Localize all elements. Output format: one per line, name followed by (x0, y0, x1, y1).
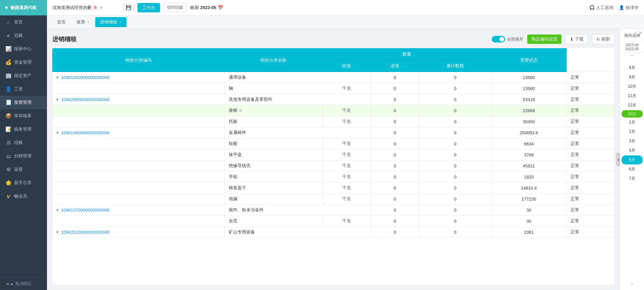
table-row: 抹平盘 千克 0 0 3768 正常 (53, 149, 614, 160)
sidebar-item-tax[interactable]: 📝 税务管理 (0, 123, 47, 136)
total-cell: 13560 (491, 72, 566, 83)
period-month-9[interactable]: 9月 (622, 73, 643, 82)
panel-expand-btn[interactable]: ⤢ (633, 30, 637, 35)
user-menu[interactable]: 👤 徐泽华 (619, 5, 639, 11)
collapse-icon[interactable]: ▼ (55, 230, 60, 235)
tax-code-cell (53, 183, 225, 194)
reconcile-table: 税收分类编码 税收分类名称 数量 预警状态 销项 进项 累计数额 ▼10 (52, 48, 614, 238)
data-table-container: 税收分类编码 税收分类名称 数量 预警状态 销项 进项 累计数额 ▼10 (52, 48, 614, 285)
company-selector[interactable]: 沈海英测试经营勿删 删 ▼ (52, 5, 119, 11)
save-icon: 💾 (126, 5, 131, 10)
sidebar-item-salary[interactable]: 👤 工资 (0, 82, 47, 96)
tab-reconcile[interactable]: 进销稽核 × (95, 17, 126, 27)
col-sales-out: 销项 (322, 60, 371, 72)
download-icon: ⬇ (570, 37, 574, 42)
warning-cell: 正常 (566, 171, 614, 183)
workbench-button[interactable]: 工作台 (138, 3, 160, 12)
period-month-4[interactable]: 4月 (622, 146, 643, 155)
tab-reconcile-close[interactable]: × (119, 20, 121, 24)
period-month-10[interactable]: 10月 (622, 82, 643, 91)
app-logo: ✦ 畅捷通易代账 (0, 0, 47, 15)
sidebar-item-guide[interactable]: 🌟 新手引导 (0, 176, 47, 190)
panel-toggle-btn[interactable]: ◄ (616, 153, 620, 166)
search-icon[interactable]: ⊕ (239, 108, 242, 113)
collapse-icon[interactable]: ▼ (55, 208, 60, 213)
sidebar-item-assets[interactable]: 🏢 固定资产 (0, 69, 47, 82)
total-cell: 22868 (491, 105, 566, 116)
period-month-5[interactable]: 5月 (622, 155, 643, 164)
warning-cell: 正常 (566, 227, 614, 238)
tab-home[interactable]: 首页 (52, 17, 70, 27)
sidebar-item-settle[interactable]: ⚖ 结账 (0, 136, 47, 149)
sidebar-item-label: 资金管理 (14, 59, 32, 65)
tax-name-cell: 托板 (225, 116, 322, 127)
support-icon: 🎧 (589, 5, 595, 10)
period-month-8[interactable]: 8月 (622, 63, 643, 72)
support-button[interactable]: 🎧 人工咨询 (589, 5, 613, 11)
sidebar-item-label: 畅会员 (14, 193, 27, 199)
period-month-2[interactable]: 2月 (622, 127, 643, 136)
tab-invoice[interactable]: 发票 × (72, 17, 94, 27)
user-name: 徐泽华 (626, 5, 639, 11)
year-marker: 2023 (622, 110, 643, 118)
warning-cell: 正常 (566, 216, 614, 227)
sales-out-cell: 0 (371, 105, 419, 116)
table-row: ▼10901370000000000000 锻件、粉末冶金件 0 0 30 正常 (53, 205, 614, 216)
sidebar-item-home[interactable]: ⌂ 首页 (0, 15, 47, 29)
table-row[interactable]: 座椅 ⊕ 千克 0 0 22868 正常 (53, 105, 614, 116)
total-cell: 3768 (491, 149, 566, 160)
expand-switch[interactable] (492, 36, 505, 43)
page-title: 进销稽核 (52, 35, 76, 43)
sidebar-pin-toggle[interactable]: ◄◄ 取消固定 (0, 277, 47, 290)
sidebar-item-invoice[interactable]: 🧾 发票管理 (0, 96, 47, 109)
tax-code-cell: ▼10902010000000000000 (53, 227, 225, 238)
purchase-in-cell: 0 (419, 194, 492, 205)
stock-icon: 📦 (5, 113, 11, 119)
tab-invoice-close[interactable]: × (87, 20, 89, 24)
collapse-icon[interactable]: ▼ (55, 130, 60, 135)
period-month-3[interactable]: 3月 (622, 137, 643, 146)
sidebar-item-fund[interactable]: 💰 资金管理 (0, 56, 47, 69)
total-cell: 2361 (491, 227, 566, 238)
unit-cell: 千克 (322, 171, 371, 183)
sidebar-item-archive[interactable]: 🗂 归档管理 (0, 149, 47, 163)
table-row: 手轮 千克 0 0 1820 正常 (53, 171, 614, 183)
product-code-button[interactable]: 商品编码设置 (527, 34, 561, 44)
tax-code-cell (53, 216, 225, 227)
save-button[interactable]: 💾 (123, 4, 134, 11)
oldver-button[interactable]: 切到旧版 (163, 3, 187, 12)
tax-name-cell: 通用设备 (225, 72, 371, 83)
sidebar-item-member[interactable]: V 畅会员 (0, 190, 47, 203)
period-up-btn[interactable]: ⌃ (620, 53, 644, 62)
table-row: 轮毂 千克 0 0 6634 正常 (53, 138, 614, 149)
period-month-11[interactable]: 11月 (622, 91, 643, 100)
sidebar-item-label: 设置 (14, 166, 23, 172)
settings-icon: ⚙ (5, 166, 11, 172)
download-button[interactable]: ⬇ 下载 (566, 34, 588, 44)
period-month-1[interactable]: 1月 (622, 118, 643, 127)
sidebar-item-label: 归档管理 (14, 153, 32, 159)
settle-icon: ⚖ (5, 140, 11, 146)
period-month-12[interactable]: 12月 (622, 101, 643, 110)
calendar-icon[interactable]: 📅 (218, 5, 223, 10)
tax-code-cell (53, 160, 225, 171)
period-month-6[interactable]: 6月 (622, 165, 643, 174)
table-row: 托板 千克 0 0 30450 正常 (53, 116, 614, 127)
tax-name-cell: 抹平盘 (225, 149, 322, 160)
period-month-7[interactable]: 7月 (622, 174, 643, 183)
sidebar-item-stock[interactable]: 📦 库存核算 (0, 109, 47, 123)
purchase-in-cell: 0 (419, 94, 492, 105)
sidebar-item-report[interactable]: 📊 报表中心 (0, 42, 47, 56)
collapse-icon[interactable]: ▼ (55, 75, 60, 80)
collapse-icon[interactable]: ▼ (55, 97, 60, 102)
sidebar-item-label: 结账 (14, 140, 23, 146)
warning-cell: 正常 (566, 194, 614, 205)
refresh-button[interactable]: ↻ 刷新 (592, 34, 614, 44)
sidebar-item-ledger[interactable]: ≡ 总账 (0, 29, 47, 42)
period-down-btn[interactable]: ⌄ (620, 278, 644, 287)
table-row: 地漏 千克 0 0 177230 正常 (53, 194, 614, 205)
panel-close-btn[interactable]: ✕ (639, 30, 643, 35)
col-warning: 预警状态 (491, 49, 566, 72)
sidebar-item-settings[interactable]: ⚙ 设置 (0, 163, 47, 176)
warning-cell: 正常 (566, 127, 614, 138)
